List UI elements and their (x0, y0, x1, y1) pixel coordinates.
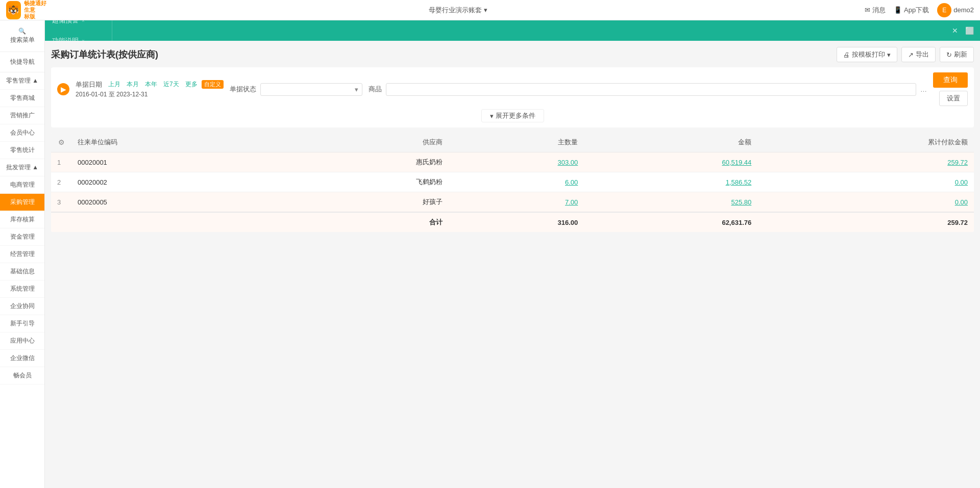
table-row: 1 00020001 惠氏奶粉 303.00 60,519.44 259.72 (51, 152, 974, 172)
template-print-button[interactable]: 🖨 按模板打印 ▾ (837, 47, 897, 62)
cell-amount-2: 525.80 (584, 192, 757, 213)
refresh-label: 刷新 (954, 50, 967, 59)
sidebar-item-15[interactable]: 应用中心 (0, 332, 44, 350)
sidebar-item-7[interactable]: 采购管理 (0, 194, 44, 211)
app-download-action[interactable]: 📱 App下载 (894, 6, 929, 15)
refresh-button[interactable]: ↻ 刷新 (940, 47, 974, 62)
account-dropdown[interactable]: 母婴行业演示账套 ▾ (429, 6, 487, 15)
tabs-bar: 首页收发存汇总表×要货单统计表×可用量库存账本×保质期查询×超储预警×功能说明×… (45, 20, 980, 41)
shortcut-this-year[interactable]: 本年 (143, 80, 159, 89)
sidebar-item-14[interactable]: 新手引导 (0, 315, 44, 332)
column-settings-icon[interactable]: ⚙ (58, 138, 65, 146)
filter-status-group: 单据状态 (230, 83, 362, 96)
filter-main-row: ▶ 单据日期 上月 本月 本年 近7天 更多 自定义 (57, 72, 968, 106)
sidebar-item-label-7: 采购管理 (10, 198, 35, 207)
filter-goods-group: 商品 … (369, 83, 927, 96)
sidebar-item-4[interactable]: 零售统计 (0, 142, 44, 159)
export-button[interactable]: ↗ 导出 (901, 47, 936, 62)
chevron-down-icon: ▾ (887, 51, 891, 59)
status-select[interactable] (260, 83, 362, 96)
status-select-wrapper (260, 83, 362, 96)
app-download-label: App下载 (904, 6, 929, 15)
sidebar-search-section: 🔍 搜索菜单 (0, 20, 44, 52)
query-button[interactable]: 查询 (933, 72, 968, 88)
custom-badge[interactable]: 自定义 (202, 80, 224, 89)
sidebar-item-label-1: 零售商城 (10, 94, 35, 102)
sidebar-item-label-8: 库存核算 (10, 215, 35, 224)
cell-paid-2: 0.00 (757, 192, 974, 213)
close-tabs-button[interactable]: ✕ (950, 25, 960, 36)
tab-close-5[interactable]: × (82, 20, 85, 23)
filter-right-actions: 查询 设置 (933, 72, 968, 106)
table-row: 3 00020005 好孩子 7.00 525.80 0.00 (51, 192, 974, 213)
shortcut-this-month[interactable]: 本月 (125, 80, 141, 89)
settings-button[interactable]: 设置 (939, 91, 968, 106)
sidebar-item-17[interactable]: 畅会员 (0, 367, 44, 384)
filter-toggle-button[interactable]: ▶ (57, 83, 69, 95)
table-header-row: ⚙ 往来单位编码 供应商 主数量 金额 累计付款金额 (51, 133, 974, 152)
sidebar: 🔍 搜索菜单 快捷导航 零售管理 ▲零售商城营销推广会员中心零售统计批发管理 ▲… (0, 20, 45, 488)
table-body: 1 00020001 惠氏奶粉 303.00 60,519.44 259.72 … (51, 152, 974, 213)
sidebar-item-16[interactable]: 企业微信 (0, 350, 44, 367)
sidebar-items: 零售管理 ▲零售商城营销推广会员中心零售统计批发管理 ▲电商管理采购管理库存核算… (0, 72, 44, 384)
sidebar-item-5[interactable]: 批发管理 ▲ (0, 159, 44, 176)
sidebar-item-10[interactable]: 经营管理 (0, 246, 44, 263)
cell-supplier-0: 惠氏奶粉 (288, 152, 449, 172)
shortcut-more[interactable]: 更多 (183, 80, 200, 89)
cell-code-2: 00020005 (71, 192, 288, 213)
message-icon: ✉ (865, 6, 870, 14)
cell-paid-0: 259.72 (757, 152, 974, 172)
top-right: ✉ 消息 📱 App下载 E demo2 (865, 3, 974, 17)
sidebar-item-9[interactable]: 资金管理 (0, 228, 44, 246)
print-icon: 🖨 (843, 51, 850, 59)
sidebar-item-3[interactable]: 会员中心 (0, 124, 44, 142)
main-layout: 🔍 搜索菜单 快捷导航 零售管理 ▲零售商城营销推广会员中心零售统计批发管理 ▲… (0, 20, 980, 488)
cell-num-2: 3 (51, 192, 71, 213)
sidebar-item-0[interactable]: 零售管理 ▲ (0, 72, 44, 90)
expand-filter-button[interactable]: ▾ 展开更多条件 (481, 109, 544, 122)
goods-input[interactable] (386, 83, 916, 96)
cell-amount-0: 60,519.44 (584, 152, 757, 172)
shortcut-last-month[interactable]: 上月 (106, 80, 122, 89)
sidebar-item-label-11: 基础信息 (10, 267, 35, 276)
sidebar-item-12[interactable]: 系统管理 (0, 280, 44, 298)
date-label: 单据日期 (76, 80, 102, 89)
col-code: 往来单位编码 (71, 133, 288, 152)
col-supplier: 供应商 (288, 133, 449, 152)
col-paid: 累计付款金额 (757, 133, 974, 152)
sidebar-item-label-17: 畅会员 (13, 371, 32, 380)
page-actions: 🖨 按模板打印 ▾ ↗ 导出 ↻ 刷新 (837, 47, 974, 62)
tab-5[interactable]: 超储预警× (45, 20, 112, 31)
quick-nav-button[interactable]: 快捷导航 (2, 55, 42, 69)
sidebar-item-label-6: 电商管理 (10, 181, 35, 189)
sidebar-item-label-9: 资金管理 (10, 233, 35, 241)
logo-subtext: 标版 (24, 13, 51, 20)
message-action[interactable]: ✉ 消息 (865, 6, 886, 15)
sidebar-item-1[interactable]: 零售商城 (0, 90, 44, 107)
expand-filter-label: 展开更多条件 (496, 111, 535, 120)
tab-close-6[interactable]: × (82, 38, 85, 41)
footer-paid: 259.72 (757, 212, 974, 232)
goods-more-icon[interactable]: … (920, 86, 927, 93)
search-menu-button[interactable]: 🔍 搜索菜单 (2, 24, 42, 47)
page-header: 采购订单统计表(按供应商) 🖨 按模板打印 ▾ ↗ 导出 ↻ 刷新 (51, 47, 974, 62)
sidebar-item-6[interactable]: 电商管理 (0, 176, 44, 194)
shortcut-7days[interactable]: 近7天 (161, 80, 181, 89)
sidebar-item-label-14: 新手引导 (10, 319, 35, 328)
sidebar-item-label-3: 会员中心 (10, 129, 35, 137)
tab-6[interactable]: 功能说明× (45, 31, 112, 41)
sidebar-item-13[interactable]: 企业协同 (0, 298, 44, 315)
sidebar-item-2[interactable]: 营销推广 (0, 107, 44, 124)
user-action[interactable]: E demo2 (937, 3, 974, 17)
filter-panel: ▶ 单据日期 上月 本月 本年 近7天 更多 自定义 (51, 67, 974, 127)
sidebar-item-11[interactable]: 基础信息 (0, 263, 44, 280)
top-center: 母婴行业演示账套 ▾ (51, 6, 865, 15)
export-label: 导出 (916, 50, 929, 59)
footer-empty1 (51, 212, 71, 232)
sidebar-item-label-12: 系统管理 (10, 285, 35, 293)
sidebar-item-8[interactable]: 库存核算 (0, 211, 44, 228)
expand-tabs-button[interactable]: ⬜ (963, 25, 976, 36)
goods-label: 商品 (369, 85, 382, 94)
cell-code-0: 00020001 (71, 152, 288, 172)
cell-num-1: 2 (51, 172, 71, 192)
